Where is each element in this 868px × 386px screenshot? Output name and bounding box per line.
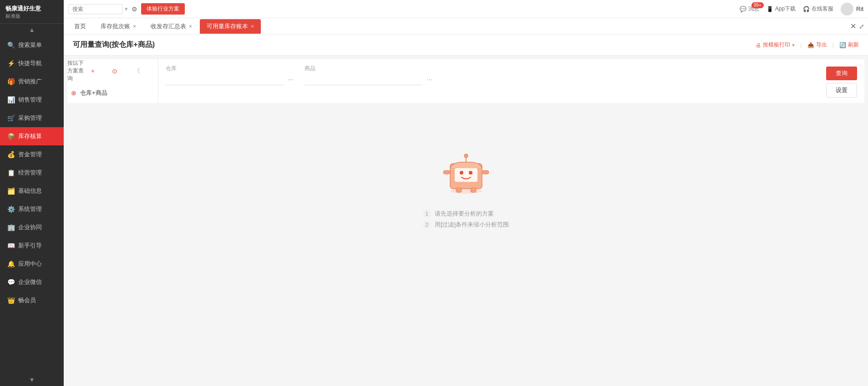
sidebar-item-wechat[interactable]: 💬 企业微信	[0, 273, 64, 291]
filter-container: 按以下方案查询 ＋ ⊙ 《 ⊕ 仓库+商品 仓库 ···	[67, 59, 864, 103]
chevron-down-icon[interactable]: ▾	[792, 42, 795, 48]
sidebar-scroll-down[interactable]: ▼	[0, 374, 64, 386]
message-icon: 💬	[740, 6, 746, 12]
scheme-icon: ⊕	[71, 89, 76, 97]
goods-more[interactable]: ···	[426, 76, 432, 84]
sidebar-item-label: 经营管理	[18, 169, 42, 177]
sidebar-item-search[interactable]: 🔍 搜索菜单	[0, 36, 64, 54]
operations-icon: 📋	[7, 169, 15, 176]
sidebar-item-sales[interactable]: 📊 销售管理	[0, 91, 64, 109]
filter-schemes: 按以下方案查询 ＋ ⊙ 《 ⊕ 仓库+商品	[67, 59, 158, 103]
goods-label: 商品	[305, 65, 432, 72]
hint-text-1: 请先选择要分析的方案	[435, 210, 494, 218]
separator: |	[800, 41, 802, 48]
filter-option-warehouse-goods[interactable]: ⊕ 仓库+商品	[67, 86, 152, 100]
sidebar-item-purchase[interactable]: 🛒 采购管理	[0, 109, 64, 127]
user-area[interactable]: Rit	[841, 3, 863, 15]
sidebar-item-app-center[interactable]: 🔔 应用中心	[0, 255, 64, 273]
tab-batch-ledger[interactable]: 库存批次账 ×	[94, 19, 143, 34]
marketing-icon: 🎁	[7, 78, 15, 85]
tabbar: 首页 库存批次账 × 收发存汇总表 × 可用量库存账本 × ✕ ⤢	[64, 18, 868, 35]
app-subtitle: 标准版	[5, 13, 58, 20]
sidebar-item-marketing[interactable]: 🎁 营销推广	[0, 72, 64, 91]
empty-hint-1: 1 请先选择要分析的方案	[423, 210, 509, 218]
sidebar-item-system[interactable]: ⚙️ 系统管理	[0, 200, 64, 218]
filter-settings-icon[interactable]: ⊙	[112, 67, 131, 75]
refresh-label: 刷新	[848, 41, 859, 49]
sidebar-logo: 畅康通好生意 标准版	[0, 0, 64, 24]
sidebar-item-basic-info[interactable]: 🗂️ 基础信息	[0, 182, 64, 200]
sidebar-item-label: 应用中心	[18, 260, 42, 268]
main-content: ▾ ⚙ 体验行业方案 💬 消息 99+ 📱 App下载 🎧 在线客服 Rit	[64, 0, 868, 386]
printer-icon: 🖨	[756, 42, 761, 48]
page-title: 可用量查询(按仓库+商品)	[73, 40, 155, 50]
tab-home[interactable]: 首页	[67, 19, 93, 34]
export-button[interactable]: 📤 导出	[807, 41, 827, 49]
sidebar: 畅康通好生意 标准版 ▲ 🔍 搜索菜单 ⚡ 快捷导航 🎁 营销推广 📊 销售管理…	[0, 0, 64, 386]
sidebar-item-label: 资金管理	[18, 150, 42, 159]
wechat-icon: 💬	[7, 278, 15, 286]
goods-field: 商品 ···	[305, 65, 432, 85]
filter-add-icon[interactable]: ＋	[90, 67, 108, 75]
sidebar-scroll-up[interactable]: ▲	[0, 24, 64, 36]
filter-option-label: 仓库+商品	[80, 89, 107, 97]
filter-collapse-icon[interactable]: 《	[134, 67, 152, 75]
sidebar-item-inventory[interactable]: 📦 库存核算	[0, 127, 64, 145]
sidebar-item-finance[interactable]: 💰 资金管理	[0, 145, 64, 164]
gear-icon[interactable]: ⚙	[132, 5, 137, 13]
trial-button[interactable]: 体验行业方案	[141, 3, 185, 15]
svg-point-0	[450, 188, 482, 194]
svg-rect-9	[482, 170, 489, 174]
settings-button[interactable]: 设置	[826, 83, 857, 98]
avatar	[841, 3, 853, 15]
svg-rect-8	[443, 170, 450, 174]
action-buttons: 查询 设置	[826, 65, 857, 98]
search-input[interactable]	[68, 4, 123, 14]
sidebar-item-label: 搜索菜单	[18, 41, 42, 49]
sidebar-item-label: 营销推广	[18, 77, 42, 86]
message-badge: 99+	[751, 2, 764, 8]
inventory-icon: 📦	[7, 133, 15, 140]
sidebar-item-label: 库存核算	[18, 132, 42, 140]
warehouse-input[interactable]	[166, 74, 284, 85]
tab-receipt-summary-close[interactable]: ×	[189, 23, 192, 30]
svg-rect-3	[455, 168, 477, 182]
sidebar-item-label: 企业协同	[18, 223, 42, 232]
print-button[interactable]: 🖨 按模板打印 ▾	[756, 41, 795, 49]
service-label: 在线客服	[812, 5, 833, 13]
app-title: 畅康通好生意	[5, 5, 58, 13]
tabbar-expand-icon[interactable]: ⤢	[859, 23, 864, 30]
sidebar-item-label: 基础信息	[18, 187, 42, 195]
system-icon: ⚙️	[7, 206, 15, 213]
topbar-search-area: ▾	[68, 4, 128, 14]
page-content: 可用量查询(按仓库+商品) 🖨 按模板打印 ▾ | 📤 导出 | 🔄 刷新	[64, 35, 868, 386]
chevron-down-icon[interactable]: ▾	[125, 5, 128, 12]
sidebar-item-quick-nav[interactable]: ⚡ 快捷导航	[0, 54, 64, 72]
filter-fields: 仓库 ··· 商品 ··· 查询 设置	[158, 59, 864, 103]
export-label: 导出	[816, 41, 827, 49]
app-label: App下载	[775, 5, 796, 13]
app-download-button[interactable]: 📱 App下载	[766, 5, 796, 13]
tab-available-ledger[interactable]: 可用量库存账本 ×	[200, 19, 261, 34]
tab-batch-ledger-label: 库存批次账	[101, 22, 130, 31]
message-button[interactable]: 💬 消息 99+	[740, 5, 759, 13]
tab-batch-ledger-close[interactable]: ×	[133, 23, 136, 30]
query-button[interactable]: 查询	[826, 67, 857, 80]
tabbar-close-icon[interactable]: ✕	[850, 22, 856, 31]
sidebar-item-label: 销售管理	[18, 96, 42, 104]
tab-home-label: 首页	[74, 22, 86, 31]
warehouse-more[interactable]: ···	[288, 76, 294, 84]
sidebar-item-member[interactable]: 👑 畅会员	[0, 291, 64, 309]
sidebar-item-operations[interactable]: 📋 经营管理	[0, 164, 64, 182]
sidebar-item-label: 新手引导	[18, 242, 42, 250]
sidebar-item-enterprise[interactable]: 🏢 企业协同	[0, 218, 64, 237]
tab-receipt-summary[interactable]: 收发存汇总表 ×	[144, 19, 199, 34]
empty-illustration	[439, 143, 493, 198]
quick-nav-icon: ⚡	[7, 60, 15, 67]
sidebar-item-guide[interactable]: 📖 新手引导	[0, 237, 64, 255]
tab-available-ledger-close[interactable]: ×	[251, 23, 254, 30]
online-service-button[interactable]: 🎧 在线客服	[803, 5, 833, 13]
goods-input[interactable]	[305, 74, 423, 85]
refresh-button[interactable]: 🔄 刷新	[839, 41, 859, 49]
mobile-icon: 📱	[766, 6, 773, 12]
